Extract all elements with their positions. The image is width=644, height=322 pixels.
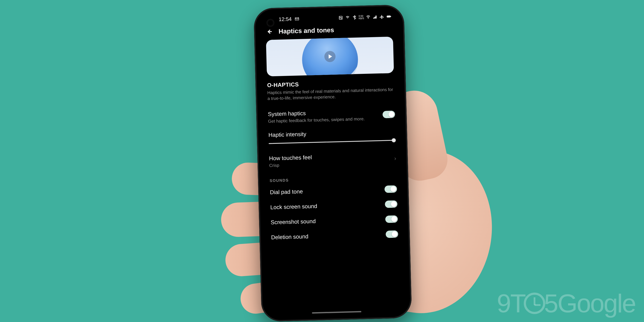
ohaptics-description: Haptics mimic the feel of real materials… [267,86,394,101]
battery-icon [386,14,391,19]
bluetooth-icon [352,15,357,20]
dial-pad-tone-label: Dial pad tone [270,186,380,196]
phone-screen: 12:54 0.50KB/S Haptics and tones [258,8,408,318]
gmail-icon [294,16,300,22]
data-rate-icon: 0.50KB/S [359,15,364,20]
gesture-nav-bar[interactable] [312,311,361,314]
nfc-icon [338,16,343,20]
clock-icon [524,292,545,314]
watermark-9to5google: 9T5Google [497,288,636,318]
back-button[interactable] [266,28,274,36]
deletion-sound-toggle[interactable] [386,230,398,238]
lock-screen-sound-label: Lock screen sound [270,201,380,210]
lock-screen-sound-toggle[interactable] [385,200,398,208]
system-haptics-toggle[interactable] [382,110,395,118]
svg-rect-2 [387,16,390,18]
status-time: 12:54 [279,16,292,22]
page-title: Haptics and tones [278,26,334,35]
setting-how-touches-feel[interactable]: How touches feel Crisp › [269,148,396,172]
vowifi-icon [345,15,350,20]
slider-thumb[interactable] [392,138,396,142]
content-area: O-HAPTICS Haptics mimic the feel of real… [259,36,406,245]
deletion-sound-label: Deletion sound [271,231,381,241]
airplane-icon [380,14,384,19]
haptics-demo-video[interactable] [266,36,394,76]
svg-point-1 [368,18,368,19]
wifi-icon [366,14,371,20]
phone-frame: 12:54 0.50KB/S Haptics and tones [254,4,412,322]
signal-icon [373,14,378,19]
setting-system-haptics[interactable]: System haptics Get haptic feedback for t… [268,104,395,128]
svg-rect-3 [391,16,391,17]
slider-track [268,140,396,144]
setting-deletion-sound[interactable]: Deletion sound [271,226,398,245]
chevron-right-icon: › [394,155,396,162]
screenshot-sound-toggle[interactable] [385,215,398,223]
screenshot-sound-label: Screenshot sound [271,216,380,226]
dial-pad-tone-toggle[interactable] [384,185,397,193]
